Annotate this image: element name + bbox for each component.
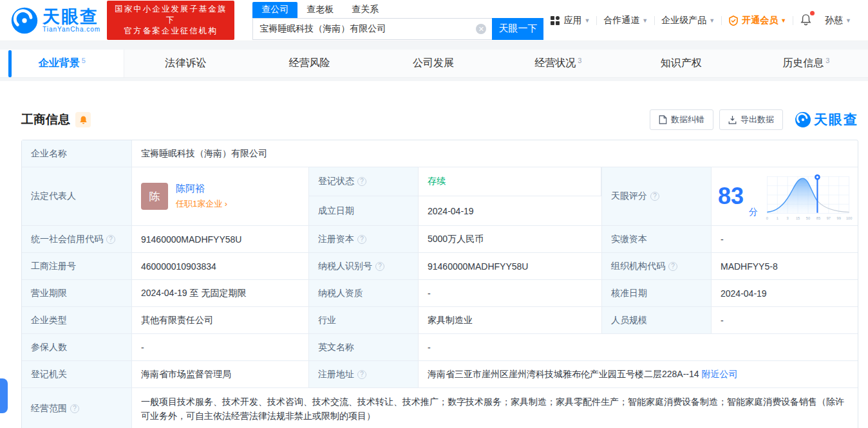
taxpayer-id-value: 91460000MADHFYY58U (419, 253, 602, 279)
info-icon[interactable]: ? (375, 262, 384, 271)
paid-capital-value: - (712, 226, 858, 252)
reg-status-label: 登记状态? (309, 167, 419, 196)
nav-apps-label: 应用 (563, 15, 581, 26)
nav-apps[interactable]: 应用▼ (543, 15, 596, 26)
score-distribution-chart: 0 1 3 15 50 85 97 99 100 (763, 171, 853, 221)
registered-address-label: 注册地址? (309, 361, 419, 387)
info-icon[interactable]: ? (357, 177, 366, 186)
industry-value: 家具制造业 (419, 307, 602, 333)
info-icon[interactable]: ? (106, 235, 115, 244)
nav-coop-channel[interactable]: 合作通道▼ (597, 15, 654, 26)
company-section-tabs: 企业背景5 法律诉讼 经营风险 公司发展 经营状况3 知识产权 历史信息3 (0, 50, 868, 78)
table-row: 工商注册号 460000010903834 纳税人识别号? 91460000MA… (22, 253, 858, 280)
notification-bell[interactable] (793, 14, 818, 28)
info-icon[interactable]: ? (650, 192, 659, 201)
tab-label: 知识产权 (661, 57, 702, 70)
nav-enterprise-products[interactable]: 企业级产品▼ (655, 15, 721, 26)
main-content: 工商信息 数据纠错 导出数据 (0, 81, 868, 428)
legal-rep-value: 陈 陈阿裕 任职1家企业 › (132, 167, 309, 225)
org-code-value: MADHFYY5-8 (712, 253, 858, 279)
document-icon (659, 115, 667, 124)
reg-capital-label: 注册资本? (309, 226, 419, 252)
business-scope-label: 经营范围? (22, 388, 132, 428)
search-tabs: 查公司 查老板 查关系 (252, 1, 543, 18)
company-name-value: 宝褥睡眠科技（海南）有限公司 (132, 140, 858, 167)
info-icon[interactable]: ? (70, 404, 79, 413)
svg-text:85: 85 (816, 216, 820, 220)
username: 孙慈 (825, 15, 843, 26)
credit-code-value: 91460000MADHFYY58U (132, 226, 309, 252)
download-icon (728, 115, 737, 124)
chevron-down-icon: ▼ (642, 17, 648, 24)
reg-status-value: 存续 (419, 167, 601, 196)
bell-icon (800, 14, 812, 26)
legal-rep-employment-link[interactable]: 任职1家企业 › (176, 198, 227, 210)
company-type-label: 企业类型 (22, 307, 132, 333)
tab-company-development[interactable]: 公司发展 (372, 50, 496, 77)
tab-label: 公司发展 (413, 57, 454, 70)
english-name-value: - (419, 334, 858, 360)
search-area: 查公司 查老板 查关系 ✕ 天眼一下 (252, 1, 543, 40)
subscribe-bell-button[interactable] (75, 112, 91, 127)
legal-rep-name-link[interactable]: 陈阿裕 (176, 183, 227, 195)
status-date-subgrid: 登记状态? 存续 成立日期 2024-04-19 (309, 167, 602, 225)
legal-rep-label: 法定代表人 (22, 167, 132, 225)
apps-grid-icon (550, 15, 560, 26)
nav-vip-label: 开通会员 (742, 15, 778, 26)
staff-size-label: 人员规模 (602, 307, 712, 333)
info-icon[interactable]: ? (357, 235, 366, 244)
svg-text:97: 97 (827, 216, 831, 220)
staff-size-value: - (712, 307, 858, 333)
company-type-value: 其他有限责任公司 (132, 307, 309, 333)
tab-history-info[interactable]: 历史信息3 (744, 50, 868, 77)
table-row: 登记机关 海南省市场监督管理局 注册地址? 海南省三亚市崖州区崖州湾科技城雅布伦… (22, 361, 858, 388)
reg-number-value: 460000010903834 (132, 253, 309, 279)
clear-search-icon[interactable]: ✕ (476, 24, 486, 34)
tianyancha-watermark: 天眼查 (795, 111, 858, 129)
chevron-down-icon: ▼ (780, 17, 786, 24)
tab-intellectual-property[interactable]: 知识产权 (620, 50, 744, 77)
search-tab-relation[interactable]: 查关系 (343, 2, 388, 18)
info-icon[interactable]: ? (357, 370, 366, 379)
tab-label: 经营状况 (534, 57, 576, 70)
user-menu[interactable]: 孙慈▼ (818, 15, 858, 26)
search-button[interactable]: 天眼一下 (492, 18, 543, 40)
approval-date-label: 核准日期 (602, 280, 712, 306)
notification-dot (810, 11, 815, 15)
tab-count: 5 (82, 57, 86, 64)
tab-label: 法律诉讼 (165, 57, 206, 70)
data-correction-label: 数据纠错 (671, 114, 704, 126)
tianyancha-logo[interactable]: 天眼查 TianYanCha.com (10, 6, 100, 35)
taxpayer-quality-label: 纳税人资质 (309, 280, 419, 306)
score-number: 83 (718, 185, 744, 208)
export-data-label: 导出数据 (741, 114, 774, 126)
insured-count-value: - (132, 334, 309, 360)
data-correction-button[interactable]: 数据纠错 (650, 109, 713, 130)
nav-open-vip[interactable]: 开通会员▼ (722, 15, 793, 26)
svg-text:1: 1 (777, 216, 778, 220)
tab-count: 3 (578, 57, 581, 64)
tab-operation-risk[interactable]: 经营风险 (249, 50, 372, 77)
english-name-label: 英文名称 (309, 334, 419, 360)
nav-coop-label: 合作通道 (603, 15, 639, 26)
taxpayer-quality-value: - (419, 280, 602, 306)
score-unit: 分 (749, 207, 758, 218)
info-icon[interactable]: ? (668, 262, 677, 271)
search-tab-company[interactable]: 查公司 (252, 2, 297, 18)
top-header: 天眼查 TianYanCha.com 国家中小企业发展子基金旗下 官方备案企业征… (0, 0, 868, 41)
search-tab-boss[interactable]: 查老板 (297, 2, 343, 18)
search-input[interactable] (252, 18, 492, 40)
tab-company-background[interactable]: 企业背景5 (0, 50, 124, 77)
tab-legal-litigation[interactable]: 法律诉讼 (124, 50, 248, 77)
side-float-widget[interactable] (0, 378, 8, 413)
chevron-down-icon: ▼ (709, 17, 715, 24)
established-date-label: 成立日期 (309, 196, 419, 225)
nearby-companies-link[interactable]: 附近公司 (701, 369, 737, 380)
export-data-button[interactable]: 导出数据 (719, 109, 783, 130)
logo-text: 天眼查 (42, 8, 100, 26)
legal-rep-avatar[interactable]: 陈 (141, 183, 168, 210)
tianyan-score-value[interactable]: 83 分 (712, 167, 860, 225)
tab-operating-status[interactable]: 经营状况3 (496, 50, 620, 77)
tab-label: 企业背景 (39, 57, 80, 70)
logo-swirl-icon (10, 6, 39, 35)
